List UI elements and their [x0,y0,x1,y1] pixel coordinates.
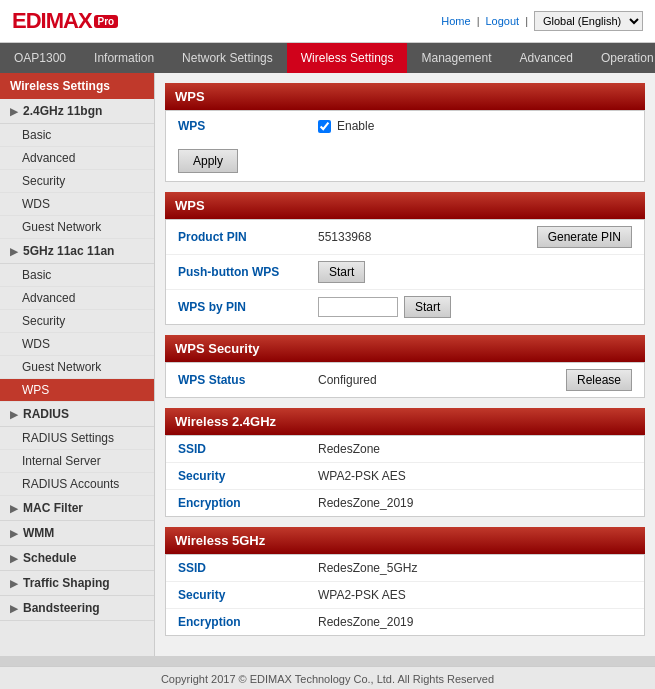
push-button-row: Push-button WPS Start [166,255,644,290]
sidebar-group-traffic: ▶ Traffic Shaping [0,571,154,596]
sidebar-group-bandsteering: ▶ Bandsteering [0,596,154,621]
nav-management[interactable]: Management [407,43,505,73]
footer-text: Copyright 2017 © EDIMAX Technology Co., … [161,673,494,685]
sidebar-title: Wireless Settings [0,73,154,99]
sidebar-item-24-basic[interactable]: Basic [0,124,154,147]
sidebar-group-radius: ▶ RADIUS RADIUS Settings Internal Server… [0,402,154,496]
header-right: Home | Logout | Global (English) Chinese… [441,11,643,31]
wps-enable-checkbox[interactable] [318,120,331,133]
sidebar-item-radius[interactable]: ▶ RADIUS [0,402,154,427]
24-ssid-value: RedesZone [318,442,632,456]
layout: Wireless Settings ▶ 2.4GHz 11bgn Basic A… [0,73,655,656]
sidebar-item-radius-settings[interactable]: RADIUS Settings [0,427,154,450]
sidebar-item-24ghz[interactable]: ▶ 2.4GHz 11bgn [0,99,154,124]
sidebar-wmm-label: WMM [23,526,54,540]
wps-security-header: WPS Security [165,335,645,362]
language-select[interactable]: Global (English) Chinese German French [534,11,643,31]
wireless-5-header: Wireless 5GHz [165,527,645,554]
wps-by-pin-row: WPS by PIN Start [166,290,644,324]
header: EDIMAXPro Home | Logout | Global (Englis… [0,0,655,43]
5-ssid-value: RedesZone_5GHz [318,561,632,575]
sidebar-item-internal-server[interactable]: Internal Server [0,450,154,473]
24-security-label: Security [178,469,318,483]
arrow-icon: ▶ [10,246,18,257]
sidebar-group-schedule: ▶ Schedule [0,546,154,571]
home-link[interactable]: Home [441,15,470,27]
sidebar-item-5-advanced[interactable]: Advanced [0,287,154,310]
sidebar-item-24-security[interactable]: Security [0,170,154,193]
nav-information[interactable]: Information [80,43,168,73]
5-ssid-row: SSID RedesZone_5GHz [166,555,644,582]
sidebar-5ghz-label: 5GHz 11ac 11an [23,244,114,258]
sidebar-item-5ghz[interactable]: ▶ 5GHz 11ac 11an [0,239,154,264]
product-pin-value: 55133968 [318,230,537,244]
logo: EDIMAXPro [12,8,118,34]
wps-main-header: WPS [165,83,645,110]
apply-button[interactable]: Apply [178,149,238,173]
sidebar-item-5-security[interactable]: Security [0,310,154,333]
sidebar-item-radius-accounts[interactable]: RADIUS Accounts [0,473,154,496]
sidebar-item-traffic-shaping[interactable]: ▶ Traffic Shaping [0,571,154,596]
24-ssid-row: SSID RedesZone [166,436,644,463]
arrow-icon: ▶ [10,528,18,539]
wps-enable-text: Enable [337,119,374,133]
sidebar-item-24-wds[interactable]: WDS [0,193,154,216]
sidebar-item-5-guest[interactable]: Guest Network [0,356,154,379]
wps-by-pin-start[interactable]: Start [404,296,451,318]
sidebar-item-wmm[interactable]: ▶ WMM [0,521,154,546]
sidebar-mac-label: MAC Filter [23,501,83,515]
generate-pin-button[interactable]: Generate PIN [537,226,632,248]
wps-enable-row: WPS Enable [166,111,644,141]
sidebar-item-5-wds[interactable]: WDS [0,333,154,356]
release-button[interactable]: Release [566,369,632,391]
nav-device-label: OAP1300 [0,43,80,73]
sidebar-group-wps: WPS [0,379,154,402]
wps-by-pin-input[interactable] [318,297,398,317]
push-button-start[interactable]: Start [318,261,365,283]
5-ssid-label: SSID [178,561,318,575]
nav-network-settings[interactable]: Network Settings [168,43,287,73]
wireless-24-section: SSID RedesZone Security WPA2-PSK AES Enc… [165,435,645,517]
sidebar-group-mac: ▶ MAC Filter [0,496,154,521]
footer: Copyright 2017 © EDIMAX Technology Co., … [0,666,655,689]
sidebar-item-24-guest[interactable]: Guest Network [0,216,154,239]
wireless-24-header: Wireless 2.4GHz [165,408,645,435]
24-ssid-label: SSID [178,442,318,456]
wps-pin-header: WPS [165,192,645,219]
sidebar-radius-label: RADIUS [23,407,69,421]
logo-brand: EDIMAX [12,8,92,34]
wps-enable-label: WPS [178,119,318,133]
5-security-value: WPA2-PSK AES [318,588,632,602]
arrow-icon: ▶ [10,106,18,117]
nav-wireless-settings[interactable]: Wireless Settings [287,43,408,73]
wps-status-value: Configured [318,373,566,387]
sidebar-item-mac-filter[interactable]: ▶ MAC Filter [0,496,154,521]
wps-pin-section: Product PIN 55133968 Generate PIN Push-b… [165,219,645,325]
product-pin-label: Product PIN [178,230,318,244]
nav-operation-mode[interactable]: Operation Mode [587,43,655,73]
24-encryption-value: RedesZone_2019 [318,496,632,510]
nav-bar: OAP1300 Information Network Settings Wir… [0,43,655,73]
wps-status-row: WPS Status Configured Release [166,363,644,397]
sidebar-item-5-basic[interactable]: Basic [0,264,154,287]
push-button-label: Push-button WPS [178,265,318,279]
separator2: | [525,15,528,27]
wps-enable-section: WPS Enable Apply [165,110,645,182]
sidebar-item-24-advanced[interactable]: Advanced [0,147,154,170]
24-security-row: Security WPA2-PSK AES [166,463,644,490]
nav-advanced[interactable]: Advanced [506,43,587,73]
product-pin-row: Product PIN 55133968 Generate PIN [166,220,644,255]
sidebar-group-5ghz: ▶ 5GHz 11ac 11an Basic Advanced Security… [0,239,154,379]
wps-security-section: WPS Status Configured Release [165,362,645,398]
sidebar-item-wps[interactable]: WPS [0,379,154,402]
sidebar-item-bandsteering[interactable]: ▶ Bandsteering [0,596,154,621]
sidebar: Wireless Settings ▶ 2.4GHz 11bgn Basic A… [0,73,155,656]
logout-link[interactable]: Logout [485,15,519,27]
24-encryption-row: Encryption RedesZone_2019 [166,490,644,516]
wireless-5-section: SSID RedesZone_5GHz Security WPA2-PSK AE… [165,554,645,636]
sidebar-traffic-label: Traffic Shaping [23,576,110,590]
24-security-value: WPA2-PSK AES [318,469,632,483]
arrow-icon: ▶ [10,409,18,420]
5-security-label: Security [178,588,318,602]
sidebar-item-schedule[interactable]: ▶ Schedule [0,546,154,571]
